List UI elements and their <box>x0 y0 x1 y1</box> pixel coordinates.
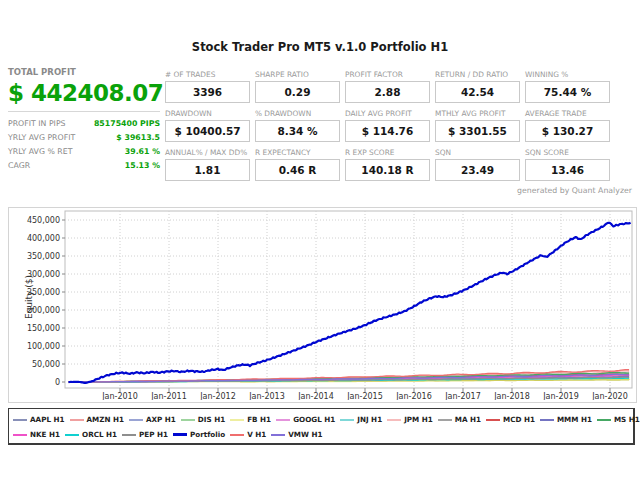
stat-value-box: 8.34 % <box>255 120 340 142</box>
stat-value-box: $ 130.27 <box>525 120 610 142</box>
profit-row-label: YRLY AVG PROFIT <box>8 131 75 145</box>
stat-label: AVERAGE TRADE <box>525 109 615 120</box>
y-axis-title: Equity ($) <box>24 275 34 319</box>
legend-label: JNJ H1 <box>357 415 382 424</box>
y-tick-label: 0 <box>55 378 60 387</box>
legend-swatch-jpm-h1 <box>387 419 401 421</box>
legend-swatch-vmw-h1 <box>271 434 285 436</box>
legend-item-fb-h1: FB H1 <box>230 415 271 424</box>
legend-swatch-jnj-h1 <box>340 419 354 421</box>
profit-row-value: $ 39613.5 <box>116 131 160 145</box>
equity-chart: 050,000100,000150,000200,000250,000300,0… <box>8 207 637 403</box>
stat-value-box: 23.49 <box>435 159 520 181</box>
stat-daily-avg-profit: DAILY AVG PROFIT$ 114.76 <box>345 109 435 142</box>
stat-label: ANNUAL% / MAX DD% <box>165 148 255 159</box>
legend-swatch-ma-h1 <box>438 419 452 421</box>
stat-label: MTHLY AVG PROFIT <box>435 109 525 120</box>
stat-drawdown: % DRAWDOWN8.34 % <box>255 109 345 142</box>
stat-annual-max-dd: ANNUAL% / MAX DD%1.81 <box>165 148 255 181</box>
x-tick-label: Jan-2017 <box>444 392 481 401</box>
x-tick-label: Jan-2019 <box>542 392 579 401</box>
profit-row-label: YRLY AVG % RET <box>8 145 72 159</box>
legend-swatch-mcd-h1 <box>486 419 500 421</box>
stat-value-box: 3396 <box>165 81 250 103</box>
total-profit-panel: TOTAL PROFIT $ 442408.07 PROFIT IN PIPS8… <box>8 67 160 173</box>
x-tick-label: Jan-2013 <box>248 392 285 401</box>
plot-border <box>65 211 632 388</box>
legend-swatch-axp-h1 <box>129 419 143 421</box>
legend-item-googl-h1: GOOGL H1 <box>276 415 335 424</box>
profit-row-value: 15.13 % <box>125 159 160 173</box>
legend-label: Portfolio <box>190 430 225 439</box>
x-tick-label: Jan-2014 <box>297 392 334 401</box>
page-title: Stock Trader Pro MT5 v.1.0 Portfolio H1 <box>0 40 640 54</box>
profit-row-yrly-avg-ret: YRLY AVG % RET39.61 % <box>8 145 160 159</box>
profit-row-profit-in-pips: PROFIT IN PIPS85175400 PIPS <box>8 117 160 131</box>
legend-label: ORCL H1 <box>82 430 117 439</box>
profit-detail-rows: PROFIT IN PIPS85175400 PIPSYRLY AVG PROF… <box>8 117 160 173</box>
stat-sqn: SQN23.49 <box>435 148 525 181</box>
stat-winning: WINNING %75.44 % <box>525 70 615 103</box>
profit-row-value: 85175400 PIPS <box>94 117 160 131</box>
x-tick-label: Jan-2011 <box>150 392 187 401</box>
legend-swatch-portfolio <box>173 433 187 436</box>
divider <box>8 111 160 112</box>
stat-label: R EXPECTANCY <box>255 148 345 159</box>
y-tick-label: 50,000 <box>32 360 60 369</box>
y-tick-label: 100,000 <box>27 342 60 351</box>
profit-row-label: PROFIT IN PIPS <box>8 117 66 131</box>
x-tick-label: Jan-2015 <box>346 392 383 401</box>
stat-value-box: $ 3301.55 <box>435 120 520 142</box>
stats-grid: # OF TRADES3396SHARPE RATIO0.29PROFIT FA… <box>165 70 635 184</box>
equity-chart-svg: 050,000100,000150,000200,000250,000300,0… <box>9 208 634 400</box>
legend-item-amzn-h1: AMZN H1 <box>70 415 124 424</box>
legend-label: GOOGL H1 <box>293 415 335 424</box>
total-profit-value: $ 442408.07 <box>8 80 160 106</box>
stat-value-box: 0.46 R <box>255 159 340 181</box>
legend-swatch-orcl-h1 <box>65 434 79 436</box>
legend-label: V H1 <box>247 430 266 439</box>
stat-value-box: 1.81 <box>165 159 250 181</box>
legend-item-ma-h1: MA H1 <box>438 415 481 424</box>
stat-value-box: 0.29 <box>255 81 340 103</box>
legend-label: MS H1 <box>614 415 640 424</box>
stat-average-trade: AVERAGE TRADE$ 130.27 <box>525 109 615 142</box>
quant-analyzer-report: Stock Trader Pro MT5 v.1.0 Portfolio H1 … <box>0 0 640 480</box>
profit-row-value: 39.61 % <box>125 145 160 159</box>
stat-label: % DRAWDOWN <box>255 109 345 120</box>
stat-of-trades: # OF TRADES3396 <box>165 70 255 103</box>
watermark-text: generated by Quant Analyzer <box>517 186 632 195</box>
stat-profit-factor: PROFIT FACTOR2.88 <box>345 70 435 103</box>
profit-row-label: CAGR <box>8 159 30 173</box>
legend-swatch-mmm-h1 <box>540 419 554 421</box>
legend-item-portfolio: Portfolio <box>173 430 225 439</box>
stat-label: WINNING % <box>525 70 615 81</box>
legend-swatch-nke-h1 <box>13 434 27 436</box>
legend-row: AAPL H1AMZN H1AXP H1DIS H1FB H1GOOGL H1J… <box>13 412 629 427</box>
stat-label: RETURN / DD RATIO <box>435 70 525 81</box>
legend-label: DIS H1 <box>198 415 225 424</box>
total-profit-label: TOTAL PROFIT <box>8 67 160 77</box>
stat-value-box: $ 10400.57 <box>165 120 250 142</box>
legend-item-mmm-h1: MMM H1 <box>540 415 592 424</box>
stat-label: SQN SCORE <box>525 148 615 159</box>
profit-row-yrly-avg-profit: YRLY AVG PROFIT$ 39613.5 <box>8 131 160 145</box>
legend-row: NKE H1ORCL H1PEP H1PortfolioV H1VMW H1 <box>13 427 629 442</box>
legend-item-dis-h1: DIS H1 <box>181 415 225 424</box>
legend-swatch-ms-h1 <box>597 419 611 421</box>
legend-label: AXP H1 <box>146 415 176 424</box>
stat-drawdown: DRAWDOWN$ 10400.57 <box>165 109 255 142</box>
stat-label: SHARPE RATIO <box>255 70 345 81</box>
stat-mthly-avg-profit: MTHLY AVG PROFIT$ 3301.55 <box>435 109 525 142</box>
legend-label: NKE H1 <box>30 430 60 439</box>
legend-item-orcl-h1: ORCL H1 <box>65 430 117 439</box>
stat-label: PROFIT FACTOR <box>345 70 435 81</box>
legend-swatch-pep-h1 <box>122 434 136 436</box>
legend-item-aapl-h1: AAPL H1 <box>13 415 65 424</box>
stat-return-dd-ratio: RETURN / DD RATIO42.54 <box>435 70 525 103</box>
stat-r-exp-score: R EXP SCORE140.18 R <box>345 148 435 181</box>
legend-label: MCD H1 <box>503 415 535 424</box>
stat-label: SQN <box>435 148 525 159</box>
profit-row-cagr: CAGR15.13 % <box>8 159 160 173</box>
stat-value-box: 13.46 <box>525 159 610 181</box>
